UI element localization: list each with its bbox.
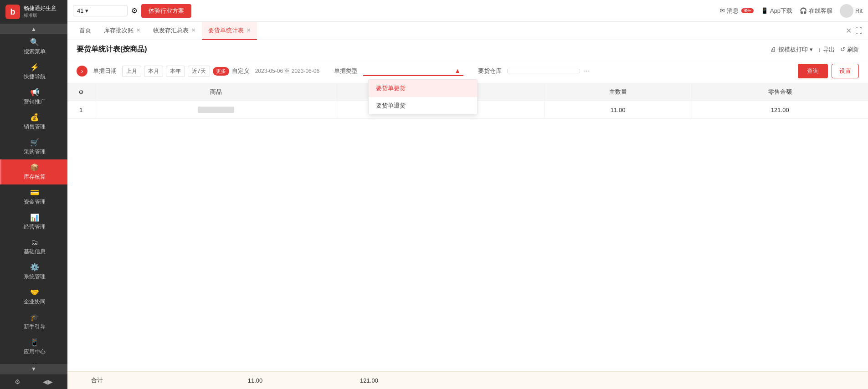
th-settings[interactable]: ⚙ bbox=[67, 83, 95, 101]
filter-bar: › 单据日期 上月 本月 本年 近7天 更多 自定义 2023-05-06 至 … bbox=[67, 59, 868, 83]
tab-expand-icon[interactable]: ⛶ bbox=[855, 27, 863, 35]
print-icon: 🖨 bbox=[770, 46, 776, 53]
dropdown-item-order_return[interactable]: 要货单退货 bbox=[369, 97, 477, 114]
logo-title: 畅捷通好生意 bbox=[24, 5, 56, 12]
sidebar-item-purchase[interactable]: 🛒 采购管理 bbox=[0, 134, 67, 159]
topbar-search-select[interactable]: 41 ▾ bbox=[73, 5, 128, 16]
sidebar-item-label-appstore: 应用中心 bbox=[24, 348, 46, 356]
cell-no: 1 bbox=[67, 101, 95, 119]
search-icon: 🔍 bbox=[30, 38, 39, 46]
refresh-btn[interactable]: ↺ 刷新 bbox=[840, 46, 859, 54]
logo-icon: b bbox=[5, 5, 20, 19]
app-icon: 📱 bbox=[761, 7, 768, 14]
print-btn[interactable]: 🖨 按模板打印 ▾ bbox=[770, 46, 813, 54]
th-goods: 商品 bbox=[95, 83, 337, 101]
sidebar-item-finance[interactable]: 💳 资金管理 bbox=[0, 184, 67, 210]
date-7days-btn[interactable]: 近7天 bbox=[188, 66, 210, 77]
guide-icon: 🎓 bbox=[30, 313, 39, 322]
system-icon: ⚙️ bbox=[30, 263, 39, 271]
sidebar-item-label-shortcut: 快捷导航 bbox=[24, 73, 46, 81]
type-select-arrow-icon[interactable]: ▲ bbox=[454, 67, 461, 74]
date-cur-month-btn[interactable]: 本月 bbox=[144, 66, 163, 77]
date-label: 单据日期 bbox=[93, 67, 117, 75]
tab-close-shipreceive[interactable]: ✕ bbox=[191, 27, 195, 33]
sidebar-scroll-down[interactable]: ▼ bbox=[0, 364, 67, 374]
warehouse-select[interactable] bbox=[507, 69, 580, 73]
date-prev-month-btn[interactable]: 上月 bbox=[122, 66, 141, 77]
inventory-icon: 📦 bbox=[30, 163, 39, 172]
page-actions: 🖨 按模板打印 ▾ ↓ 导出 ↺ 刷新 bbox=[770, 46, 859, 54]
settings-icon[interactable]: ⚙ bbox=[15, 378, 21, 385]
tab-home[interactable]: 首页 bbox=[73, 22, 98, 40]
column-settings-icon[interactable]: ⚙ bbox=[78, 89, 84, 96]
sidebar-item-search[interactable]: 🔍 搜索菜单 bbox=[0, 34, 67, 59]
search-chevron-icon: ▾ bbox=[85, 7, 88, 14]
sidebar-item-system[interactable]: ⚙️ 系统管理 bbox=[0, 259, 67, 284]
sidebar-item-marketing[interactable]: 📢 营销推广 bbox=[0, 84, 67, 109]
type-select-input[interactable] bbox=[366, 67, 452, 74]
service-icon: 🎧 bbox=[800, 7, 807, 14]
tab-close-all-icon[interactable]: ✕ bbox=[846, 26, 852, 35]
dropdown-item-order_goods[interactable]: 要货单要货 bbox=[369, 80, 477, 97]
page-title: 要货单统计表(按商品) bbox=[77, 45, 147, 54]
sidebar-item-label-purchase: 采购管理 bbox=[24, 148, 46, 156]
data-table-wrapper: ⚙ 商品 主计量单位 主数量 零售金额 1 块 11.00 121.00 bbox=[67, 83, 868, 371]
tab-close-inventory_batch[interactable]: ✕ bbox=[136, 27, 140, 33]
tab-order_stat[interactable]: 要货单统计表✕ bbox=[202, 22, 257, 40]
topbar-settings-icon[interactable]: ⚙ bbox=[131, 6, 138, 15]
app-download-btn[interactable]: 📱 App下载 bbox=[761, 7, 792, 15]
tab-close-order_stat[interactable]: ✕ bbox=[247, 27, 251, 33]
warehouse-label: 要货仓库 bbox=[478, 67, 502, 75]
collapse-icon[interactable]: ◀▶ bbox=[43, 378, 53, 385]
tab-inventory_batch[interactable]: 库存批次账✕ bbox=[98, 22, 147, 40]
operation-icon: 📊 bbox=[30, 213, 39, 222]
purchase-icon: 🛒 bbox=[30, 138, 39, 147]
sidebar-item-label-sales: 销售管理 bbox=[24, 123, 46, 131]
sidebar-item-inventory[interactable]: 📦 库存核算 bbox=[0, 159, 67, 184]
date-custom-btn[interactable]: 自定义 bbox=[232, 67, 250, 75]
sidebar-item-label-basic: 基础信息 bbox=[24, 248, 46, 256]
date-more-badge[interactable]: 更多 bbox=[213, 67, 229, 76]
sidebar-item-label-guide: 新手引导 bbox=[24, 323, 46, 331]
type-label: 单据类型 bbox=[334, 67, 358, 75]
filter-expand-btn[interactable]: › bbox=[77, 66, 87, 77]
user-name: Rit bbox=[855, 7, 863, 14]
sidebar-item-guide[interactable]: 🎓 新手引导 bbox=[0, 309, 67, 334]
settings-button[interactable]: 设置 bbox=[832, 64, 859, 78]
service-btn[interactable]: 🎧 在线客服 bbox=[800, 7, 832, 15]
date-cur-year-btn[interactable]: 本年 bbox=[166, 66, 185, 77]
sidebar-item-basic[interactable]: 🗂 基础信息 bbox=[0, 235, 67, 259]
sidebar-item-enterprise[interactable]: 🤝 企业协同 bbox=[0, 284, 67, 309]
tabs-bar: 首页库存批次账✕收发存汇总表✕要货单统计表✕ ✕ ⛶ bbox=[67, 22, 868, 40]
warehouse-select-wrapper: ··· bbox=[507, 67, 590, 75]
warehouse-more-icon[interactable]: ··· bbox=[584, 67, 590, 75]
sidebar-item-operation[interactable]: 📊 经营管理 bbox=[0, 210, 67, 235]
topbar-right: ✉ 消息 99+ 📱 App下载 🎧 在线客服 Rit bbox=[720, 4, 863, 18]
export-btn[interactable]: ↓ 导出 bbox=[818, 46, 835, 54]
sidebar-item-sales[interactable]: 💰 销售管理 bbox=[0, 109, 67, 134]
query-button[interactable]: 查询 bbox=[798, 64, 828, 78]
sidebar-nav: 🔍 搜索菜单 ⚡ 快捷导航 📢 营销推广 💰 销售管理 🛒 采购管理 📦 库存核… bbox=[0, 34, 67, 364]
sidebar-bottom: ⚙ ◀▶ bbox=[0, 374, 67, 389]
footer-label: 合计 bbox=[73, 376, 164, 384]
content-area: 要货单统计表(按商品) 🖨 按模板打印 ▾ ↓ 导出 ↺ 刷新 › bbox=[67, 40, 868, 389]
tabs-end: ✕ ⛶ bbox=[846, 26, 863, 35]
date-filter-group: 上月 本月 本年 近7天 更多 自定义 bbox=[122, 66, 250, 77]
type-select[interactable]: ▲ bbox=[363, 66, 463, 76]
message-btn[interactable]: ✉ 消息 99+ bbox=[720, 7, 754, 15]
promo-button[interactable]: 体验行业方案 bbox=[141, 4, 191, 18]
print-label: 按模板打印 bbox=[778, 46, 808, 54]
sidebar-item-label-enterprise: 企业协同 bbox=[24, 298, 46, 306]
goods-blurred bbox=[198, 107, 234, 113]
user-avatar[interactable]: Rit bbox=[840, 4, 863, 18]
sidebar-item-appstore[interactable]: 📱 应用中心 bbox=[0, 334, 67, 359]
sidebar-item-wechat[interactable]: 💬 企业微信 bbox=[0, 359, 67, 364]
cell-qty: 11.00 bbox=[544, 101, 692, 119]
tab-shipreceive[interactable]: 收发存汇总表✕ bbox=[147, 22, 202, 40]
sidebar: b 畅捷通好生意 标准版 ▲ 🔍 搜索菜单 ⚡ 快捷导航 📢 营销推广 💰 销售… bbox=[0, 0, 67, 389]
footer-qty: 11.00 bbox=[164, 377, 346, 384]
main-area: 41 ▾ ⚙ 体验行业方案 ✉ 消息 99+ 📱 App下载 🎧 在线客服 R bbox=[67, 0, 868, 389]
sidebar-item-shortcut[interactable]: ⚡ 快捷导航 bbox=[0, 59, 67, 84]
sidebar-item-label-marketing: 营销推广 bbox=[24, 98, 46, 106]
sidebar-scroll-up[interactable]: ▲ bbox=[0, 24, 67, 34]
